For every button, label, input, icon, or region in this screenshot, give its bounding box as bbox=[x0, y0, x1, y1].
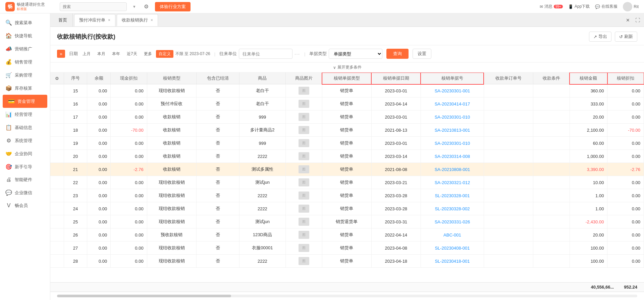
bill-no-cell[interactable]: SA-20230331-026 bbox=[421, 215, 484, 228]
sidebar-item-0[interactable]: 🔍搜索菜单 bbox=[0, 16, 50, 29]
settings-button[interactable]: 设置 bbox=[413, 49, 431, 59]
balance-cell: 0.00 bbox=[87, 202, 111, 215]
bill-no-cell[interactable]: SA-20230301-001 bbox=[421, 84, 484, 97]
bill-no-cell[interactable]: SL-20230418-001 bbox=[421, 255, 484, 268]
custom-date-option[interactable]: 自定义 bbox=[156, 50, 173, 58]
bill-type-select[interactable]: 单据类型 bbox=[329, 49, 382, 59]
sidebar-item-1[interactable]: 🏠快捷导航 bbox=[0, 29, 50, 42]
7days-option[interactable]: 近7天 bbox=[124, 50, 140, 58]
sidebar-item-8[interactable]: 📋基础信息 bbox=[0, 121, 50, 134]
receipt-order-no-cell bbox=[484, 255, 533, 268]
bill-no-cell[interactable]: SL-20230328-001 bbox=[421, 189, 484, 202]
industry-solution-button[interactable]: 体验行业方案 bbox=[155, 2, 191, 11]
sidebar-item-7[interactable]: 📊经营管理 bbox=[0, 108, 50, 121]
more-date-option[interactable]: 更多 bbox=[141, 50, 155, 58]
sidebar-item-14[interactable]: V畅会员 bbox=[0, 199, 50, 212]
table-row: 16 0.00 0.00 预付冲应收 否 老白干 图 销货单 2023-04-1… bbox=[50, 97, 644, 111]
product-cell: 2222 bbox=[239, 202, 286, 215]
sidebar-item-3[interactable]: 💰销售管理 bbox=[0, 55, 50, 69]
online-service-button[interactable]: 💬 在线客服 bbox=[595, 4, 618, 9]
bill-no-cell[interactable]: SA-20210813-001 bbox=[421, 124, 484, 137]
balance-cell: 0.00 bbox=[87, 97, 111, 111]
horizontal-scrollbar[interactable] bbox=[57, 295, 637, 297]
message-button[interactable]: ✉ 消息 99+ bbox=[540, 4, 563, 9]
bill-no-cell[interactable]: SA-20230301-010 bbox=[421, 137, 484, 150]
window-close-button[interactable]: ✕ bbox=[625, 16, 631, 24]
seq-cell: 21 bbox=[64, 163, 87, 176]
col-settings-cell bbox=[50, 242, 64, 255]
sidebar-item-12[interactable]: 🖨智能硬件 bbox=[0, 173, 50, 186]
this-year-option[interactable]: 本年 bbox=[109, 50, 123, 58]
bill-date-cell: 2021-08-13 bbox=[371, 124, 421, 137]
cash-discount-cell: -2.76 bbox=[111, 163, 147, 176]
verify-amount-cell: 1.00 bbox=[570, 189, 607, 202]
bill-no-cell[interactable]: ABC-001 bbox=[421, 228, 484, 242]
user-avatar[interactable]: Rit bbox=[623, 2, 639, 11]
chevron-down-icon[interactable]: ▾ bbox=[131, 3, 138, 10]
bill-no-link: SL-20230418-001 bbox=[435, 259, 470, 264]
table-row: 27 0.00 0.00 现结收款核销 否 衣服00001 图 销货单 2023… bbox=[50, 242, 644, 255]
col-bill-report-type: 核销单据类型 bbox=[322, 73, 371, 84]
app-download-button[interactable]: 📱 App下载 bbox=[568, 4, 590, 9]
balance-cell: 0.00 bbox=[87, 189, 111, 202]
window-maximize-button[interactable]: ⛶ bbox=[634, 16, 641, 24]
bill-no-cell[interactable]: SA-20230414-017 bbox=[421, 97, 484, 111]
cash-discount-cell: 0.00 bbox=[111, 242, 147, 255]
last-month-option[interactable]: 上月 bbox=[80, 50, 93, 58]
this-month-option[interactable]: 本月 bbox=[95, 50, 108, 58]
tab-verify[interactable]: 收款核销执行 × bbox=[117, 14, 158, 26]
sidebar-item-9[interactable]: ⚙系统管理 bbox=[0, 134, 50, 147]
bill-type-label: 单据类型 bbox=[309, 51, 327, 57]
bill-no-cell[interactable]: SA-20230301-010 bbox=[421, 111, 484, 124]
sidebar-item-2[interactable]: 📣营销推广 bbox=[0, 42, 50, 55]
page-header: 收款核销执行(按收款) ↗ 导出 ↺ 刷新 bbox=[50, 27, 644, 45]
verify-type-cell: 现结收款核销 bbox=[147, 215, 196, 228]
sidebar-item-11[interactable]: 🎯新手引导 bbox=[0, 160, 50, 173]
refresh-button[interactable]: ↺ 刷新 bbox=[615, 32, 637, 42]
receipt-order-no-cell bbox=[484, 189, 533, 202]
balance-cell: 0.00 bbox=[87, 228, 111, 242]
tab-home[interactable]: 首页 bbox=[53, 13, 73, 27]
col-settings[interactable]: ⚙ bbox=[50, 73, 64, 84]
col-settings-cell bbox=[50, 124, 64, 137]
logo-area: 畅 畅捷通谱好生意 标准版 bbox=[5, 2, 56, 11]
col-settings-cell bbox=[50, 84, 64, 97]
verify-type-cell: 现结收款核销 bbox=[147, 176, 196, 189]
expand-more-button[interactable]: ∨ 展开更多条件 bbox=[333, 65, 362, 70]
bill-no-cell[interactable]: SA-20230314-008 bbox=[421, 150, 484, 163]
product-image-cell: 图 bbox=[286, 150, 322, 163]
bill-no-cell[interactable]: SA-20210808-001 bbox=[421, 163, 484, 176]
bill-no-link: SL-20230408-001 bbox=[435, 246, 470, 251]
col-verify-amount: 核销金额 bbox=[570, 73, 607, 84]
cash-discount-cell: 0.00 bbox=[111, 97, 147, 111]
bill-no-link: SA-20230331-026 bbox=[435, 219, 470, 224]
close-icon[interactable]: × bbox=[108, 18, 110, 23]
bill-no-cell[interactable]: SL-20230408-001 bbox=[421, 242, 484, 255]
balance-cell: 0.00 bbox=[87, 111, 111, 124]
bill-no-cell[interactable]: SA-20230321-012 bbox=[421, 176, 484, 189]
col-settings-cell bbox=[50, 202, 64, 215]
search-input[interactable] bbox=[60, 2, 127, 11]
gear-icon[interactable]: ⚙ bbox=[142, 2, 151, 11]
sidebar-item-10[interactable]: 🤝企业协同 bbox=[0, 147, 50, 160]
bill-no-cell[interactable]: SL-20230328-002 bbox=[421, 202, 484, 215]
sidebar-item-6[interactable]: 💳资金管理 bbox=[3, 95, 47, 108]
expand-filter-button[interactable]: » bbox=[57, 50, 65, 58]
tab-prepay[interactable]: 预付冲应付单 × bbox=[74, 14, 115, 26]
sidebar-icon-3: 💰 bbox=[5, 59, 12, 65]
export-button[interactable]: ↗ 导出 bbox=[589, 32, 611, 42]
sidebar-item-13[interactable]: 💬企业微信 bbox=[0, 186, 50, 199]
bill-no-link: SA-20230321-012 bbox=[435, 180, 470, 185]
bill-type-filter-group: 单据类型 单据类型 bbox=[309, 49, 382, 59]
verify-amount-cell: 333.00 bbox=[570, 97, 607, 111]
verify-discount-cell: 0.00 bbox=[607, 150, 644, 163]
verify-type-cell: 现结收款核销 bbox=[147, 189, 196, 202]
sidebar-item-5[interactable]: 📦库存核算 bbox=[0, 82, 50, 95]
sidebar-item-4[interactable]: 🛒采购管理 bbox=[0, 69, 50, 82]
partner-input[interactable] bbox=[239, 49, 292, 59]
data-table-container[interactable]: ⚙ 序号 余额 现金折扣 核销类型 包含已结清 商品 商品图片 核销单据类型 核… bbox=[50, 73, 644, 282]
balance-cell: 0.00 bbox=[87, 150, 111, 163]
query-button[interactable]: 查询 bbox=[386, 49, 409, 59]
close-icon[interactable]: × bbox=[151, 18, 153, 23]
logo-icon: 畅 bbox=[5, 2, 15, 11]
